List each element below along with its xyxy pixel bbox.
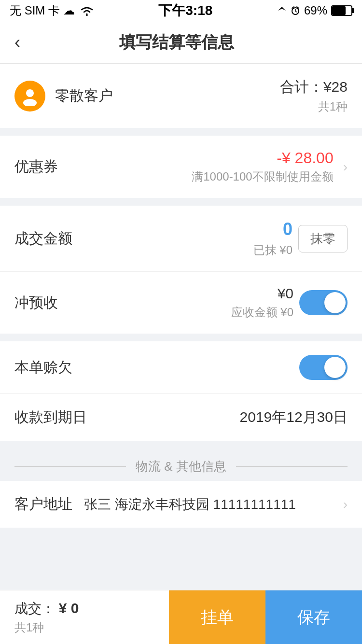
- credit-toggle-knob: [324, 357, 346, 378]
- bottom-count: 共1种: [14, 620, 154, 635]
- logistics-title: 物流 & 其他信息: [136, 458, 226, 475]
- main-content: 零散客户 合计：¥28 共1种 优惠券 -¥ 28.00 满1000-100不限…: [0, 64, 362, 593]
- coupon-value: -¥ 28.00 满1000-100不限制使用金额: [192, 149, 333, 184]
- status-right: 69%: [277, 4, 352, 17]
- bottom-deal-row: 成交： ¥ 0: [14, 600, 154, 618]
- round-button[interactable]: 抹零: [298, 225, 348, 252]
- save-button[interactable]: 保存: [265, 590, 362, 644]
- page-title: 填写结算等信息: [25, 31, 328, 54]
- status-bar: 无 SIM 卡 ☁ 下午3:18 69%: [0, 0, 362, 21]
- coupon-discount: -¥ 28.00: [192, 149, 333, 167]
- customer-name: 零散客户: [55, 86, 113, 106]
- customer-avatar: [14, 81, 45, 112]
- status-left: 无 SIM 卡 ☁: [10, 3, 94, 18]
- wifi-icon: [80, 5, 94, 16]
- due-date-row: 收款到期日 2019年12月30日: [0, 394, 362, 441]
- prepayment-amount: ¥0: [231, 285, 293, 302]
- transaction-section: 成交金额 0 已抹 ¥0 抹零 冲预收 ¥0 应收金额 ¥0: [0, 206, 362, 334]
- coupon-right: -¥ 28.00 满1000-100不限制使用金额 ›: [192, 149, 348, 184]
- amount-right: 0 已抹 ¥0 抹零: [253, 219, 348, 258]
- prepayment-label: 冲预收: [14, 293, 58, 313]
- pending-button[interactable]: 挂单: [169, 590, 265, 644]
- due-date-value: 2019年12月30日: [240, 407, 348, 427]
- coupon-row[interactable]: 优惠券 -¥ 28.00 满1000-100不限制使用金额 ›: [0, 136, 362, 198]
- prepayment-right: ¥0 应收金额 ¥0: [231, 285, 348, 320]
- amount-sub: 已抹 ¥0: [253, 242, 292, 258]
- address-row[interactable]: 客户地址 张三 海淀永丰科技园 11111111111 ›: [0, 481, 362, 528]
- location-icon: [277, 6, 287, 15]
- credit-label: 本单赊欠: [14, 358, 72, 378]
- customer-row: 零散客户 合计：¥28 共1种: [0, 64, 362, 128]
- due-date-label: 收款到期日: [14, 407, 87, 427]
- customer-right: 合计：¥28 共1种: [280, 77, 348, 114]
- coupon-chevron-icon: ›: [343, 159, 348, 175]
- total-count: 共1种: [280, 99, 348, 114]
- nav-bar: ‹ 填写结算等信息: [0, 21, 362, 64]
- address-label: 客户地址: [14, 494, 72, 514]
- bottom-bar: 成交： ¥ 0 共1种 挂单 保存: [0, 590, 362, 644]
- amount-row: 成交金额 0 已抹 ¥0 抹零: [0, 206, 362, 272]
- credit-toggle[interactable]: [299, 355, 348, 380]
- prepayment-sub: 应收金额 ¥0: [231, 305, 293, 320]
- credit-row: 本单赊欠: [0, 341, 362, 394]
- logistics-line-right: [236, 466, 348, 467]
- address-value: 张三 海淀永丰科技园 11111111111: [84, 495, 337, 514]
- svg-point-1: [26, 89, 34, 97]
- status-time: 下午3:18: [158, 1, 212, 20]
- credit-right: [299, 355, 348, 380]
- prepayment-toggle[interactable]: [299, 290, 348, 315]
- coupon-label: 优惠券: [14, 157, 58, 177]
- battery-percent: 69%: [304, 4, 327, 17]
- svg-point-2: [23, 99, 37, 106]
- alarm-icon: [291, 6, 300, 15]
- credit-section: 本单赊欠 收款到期日 2019年12月30日: [0, 341, 362, 441]
- address-chevron-icon: ›: [343, 497, 348, 512]
- back-button[interactable]: ‹: [14, 28, 25, 57]
- prepayment-row: 冲预收 ¥0 应收金额 ¥0: [0, 272, 362, 334]
- coupon-desc: 满1000-100不限制使用金额: [192, 169, 333, 184]
- prepayment-value-wrap: ¥0 应收金额 ¥0: [231, 285, 293, 320]
- amount-value-wrap: 0 已抹 ¥0: [253, 219, 292, 258]
- avatar-icon: [20, 86, 40, 106]
- customer-left: 零散客户: [14, 81, 113, 112]
- total-amount: 合计：¥28: [280, 77, 348, 97]
- sim-label: 无 SIM 卡 ☁: [10, 3, 75, 18]
- battery-icon: [331, 5, 352, 16]
- prepayment-toggle-knob: [324, 292, 346, 313]
- coupon-section: 优惠券 -¥ 28.00 满1000-100不限制使用金额 ›: [0, 136, 362, 198]
- bottom-info: 成交： ¥ 0 共1种: [0, 590, 169, 644]
- address-section: 客户地址 张三 海淀永丰科技园 11111111111 ›: [0, 481, 362, 528]
- bottom-deal-amount: ¥ 0: [59, 600, 79, 616]
- amount-label: 成交金额: [14, 229, 72, 249]
- bottom-deal-label: 成交：: [14, 601, 55, 616]
- amount-value[interactable]: 0: [253, 219, 292, 239]
- logistics-header: 物流 & 其他信息: [0, 448, 362, 481]
- logistics-line-left: [14, 466, 126, 467]
